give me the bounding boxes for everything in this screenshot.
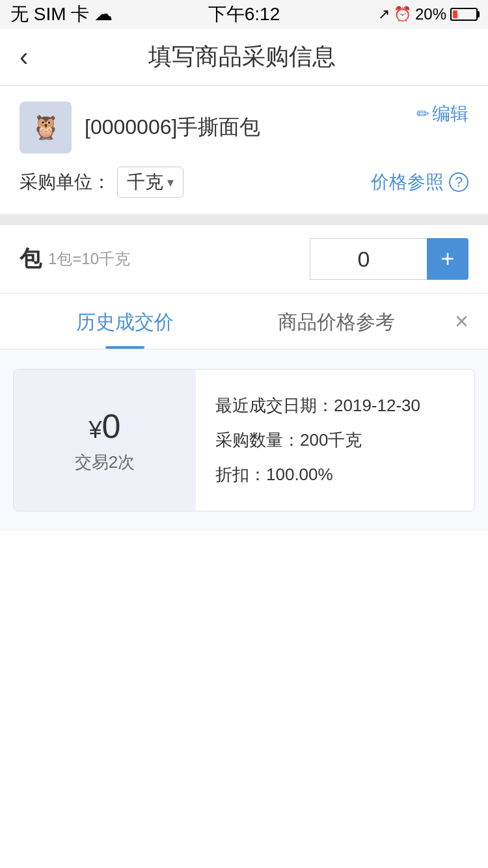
- history-price-value: ¥0: [89, 407, 121, 446]
- status-left: 无 SIM 卡 ☁: [10, 2, 113, 27]
- discount-label: 折扣：: [215, 465, 266, 484]
- unit-label: 采购单位：: [20, 170, 111, 195]
- tabs-close-button[interactable]: ×: [442, 310, 468, 333]
- recent-date-row: 最近成交日期：2019-12-30: [215, 393, 455, 418]
- location-icon: ↗: [378, 6, 390, 23]
- product-thumbnail: 🦉: [20, 102, 72, 154]
- quantity-input-wrap: +: [310, 238, 468, 280]
- quantity-input[interactable]: [310, 238, 427, 280]
- product-bottom: 采购单位： 千克 ▾ 价格参照 ?: [20, 167, 468, 198]
- page-title: 填写商品采购信息: [41, 41, 442, 73]
- currency-symbol: ¥: [89, 416, 102, 443]
- product-name: [0000006]手撕面包: [85, 113, 260, 142]
- history-trades-label: 交易2次: [75, 451, 135, 474]
- unit-value: 千克: [127, 170, 163, 195]
- history-content: ¥0 交易2次 最近成交日期：2019-12-30 采购数量：200千克 折扣：…: [0, 349, 488, 531]
- history-price-summary: ¥0 交易2次: [14, 370, 196, 511]
- sim-label: 无 SIM 卡 ☁: [10, 2, 113, 27]
- unit-select[interactable]: 千克 ▾: [117, 167, 183, 198]
- back-button[interactable]: ‹: [20, 42, 28, 72]
- tab-product-price-ref[interactable]: 商品价格参考: [230, 293, 441, 349]
- product-card: 🦉 [0000006]手撕面包 ✏ 编辑 采购单位： 千克 ▾ 价格参照 ?: [0, 86, 488, 213]
- alarm-icon: ⏰: [394, 6, 411, 23]
- edit-button[interactable]: ✏ 编辑: [416, 102, 468, 126]
- status-bar: 无 SIM 卡 ☁ 下午6:12 ↗ ⏰ 20%: [0, 0, 488, 29]
- battery-icon: [450, 8, 478, 21]
- history-details: 最近成交日期：2019-12-30 采购数量：200千克 折扣：100.00%: [196, 370, 474, 511]
- product-top: 🦉 [0000006]手撕面包 ✏ 编辑: [20, 102, 468, 154]
- status-right: ↗ ⏰ 20%: [378, 5, 478, 23]
- quantity-detail-value: 200千克: [300, 430, 362, 450]
- help-label: ?: [455, 174, 463, 191]
- quantity-plus-button[interactable]: +: [427, 238, 468, 280]
- divider: [0, 215, 488, 225]
- edit-label: 编辑: [432, 102, 468, 126]
- product-owl-icon: 🦉: [31, 114, 61, 141]
- battery-percent: 20%: [415, 5, 446, 23]
- quantity-label: 包 1包=10千克: [20, 244, 130, 274]
- product-left: 🦉 [0000006]手撕面包: [20, 102, 260, 154]
- tab-history-price[interactable]: 历史成交价: [20, 293, 230, 349]
- discount-value: 100.00%: [266, 465, 333, 484]
- price-number: 0: [102, 407, 121, 445]
- quantity-detail-label: 采购数量：: [215, 430, 300, 450]
- unit-row: 采购单位： 千克 ▾: [20, 167, 183, 198]
- history-card: ¥0 交易2次 最近成交日期：2019-12-30 采购数量：200千克 折扣：…: [13, 369, 475, 511]
- status-time: 下午6:12: [208, 2, 280, 27]
- help-icon: ?: [449, 172, 468, 192]
- price-ref-label: 价格参照: [371, 170, 444, 195]
- white-bottom-area: [0, 531, 488, 868]
- edit-icon: ✏: [416, 105, 429, 123]
- unit-equivalence: 1包=10千克: [48, 249, 130, 269]
- tabs-panel: 历史成交价 商品价格参考 × ¥0 交易2次 最近成交日期：2019-12-30…: [0, 293, 488, 531]
- quantity-row: 包 1包=10千克 +: [0, 225, 488, 293]
- unit-dropdown-arrow: ▾: [167, 174, 174, 190]
- plus-icon: +: [441, 247, 454, 271]
- quantity-row-detail: 采购数量：200千克: [215, 427, 455, 453]
- tabs-header: 历史成交价 商品价格参考 ×: [0, 293, 488, 349]
- unit-badge: 包: [20, 244, 42, 274]
- recent-date-label: 最近成交日期：: [215, 396, 334, 415]
- nav-header: ‹ 填写商品采购信息: [0, 29, 488, 86]
- discount-row: 折扣：100.00%: [215, 462, 455, 487]
- price-reference-button[interactable]: 价格参照 ?: [371, 170, 468, 195]
- recent-date-value: 2019-12-30: [334, 396, 420, 415]
